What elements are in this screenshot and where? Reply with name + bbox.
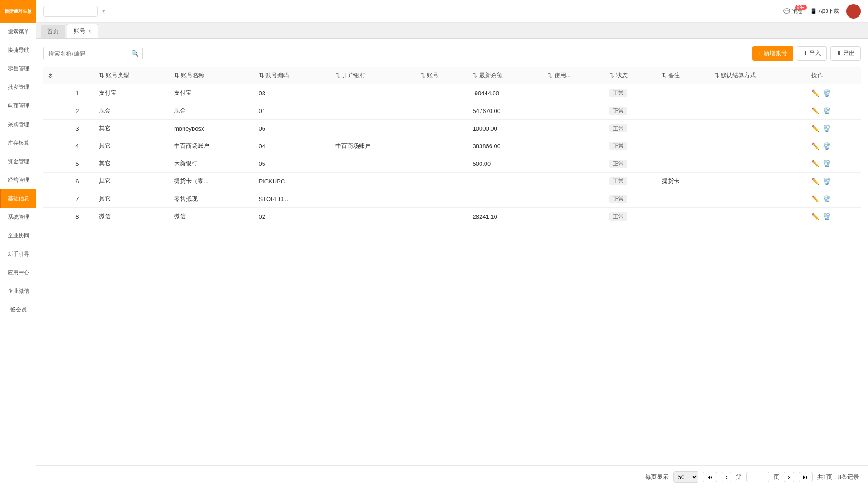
export-button[interactable]: ⬇ 导出 bbox=[830, 46, 861, 61]
sidebar-item-purchase[interactable]: 采购管理 bbox=[0, 115, 36, 134]
edit-icon[interactable]: ✏️ bbox=[811, 89, 819, 97]
row-bank-3: 中百商场账户 bbox=[331, 137, 415, 155]
status-badge: 正常 bbox=[609, 124, 627, 132]
sidebar-item-guide[interactable]: 新手引导 bbox=[0, 245, 36, 263]
row-settings-3 bbox=[43, 137, 71, 155]
row-name-0: 支付宝 bbox=[170, 84, 254, 102]
row-bank-4 bbox=[331, 155, 415, 173]
toolbar: 🔍 + 新增账号 ⬆ 导入 ⬇ 导出 bbox=[43, 46, 861, 61]
delete-icon[interactable]: 🗑️ bbox=[823, 160, 830, 167]
tab-home[interactable]: 首页 bbox=[41, 25, 65, 38]
top-search-input[interactable] bbox=[43, 6, 98, 17]
row-action-4: ✏️ 🗑️ bbox=[807, 155, 861, 173]
last-page-button[interactable]: ⏭ bbox=[799, 472, 813, 482]
table-row: 5其它大新银行05500.00正常 ✏️ 🗑️ bbox=[43, 155, 861, 173]
sidebar: 畅捷通对生意 搜索菜单快捷导航零售管理批发管理电商管理采购管理库存核算资金管理经… bbox=[0, 0, 36, 488]
edit-icon[interactable]: ✏️ bbox=[811, 125, 819, 132]
status-badge: 正常 bbox=[609, 142, 627, 150]
sidebar-item-quicknav[interactable]: 快捷导航 bbox=[0, 41, 36, 60]
edit-icon[interactable]: ✏️ bbox=[811, 107, 819, 114]
app-download-button[interactable]: 📱 App下载 bbox=[810, 7, 839, 15]
search-input[interactable] bbox=[44, 47, 127, 60]
col-header-name: ⇅ 账号名称 bbox=[170, 67, 254, 84]
sidebar-item-enterprise[interactable]: 企业协同 bbox=[0, 226, 36, 245]
content-area: 🔍 + 新增账号 ⬆ 导入 ⬇ 导出 ⚙⇅ 账号类型⇅ 账号名称⇅ 账号编码⇅ … bbox=[36, 39, 868, 465]
message-button[interactable]: 💬 消息 99+ bbox=[783, 7, 803, 15]
row-type-5: 其它 bbox=[94, 173, 170, 190]
delete-icon[interactable]: 🗑️ bbox=[823, 107, 830, 114]
row-number-3: 4 bbox=[71, 137, 94, 155]
sidebar-item-ops[interactable]: 经营管理 bbox=[0, 171, 36, 189]
current-page-input[interactable]: 1 bbox=[746, 472, 769, 482]
row-account-2 bbox=[416, 120, 468, 137]
col-header-remark: ⇅ 备注 bbox=[657, 67, 710, 84]
search-button[interactable]: 🔍 bbox=[127, 50, 142, 57]
sidebar-item-appcenter[interactable]: 应用中心 bbox=[0, 263, 36, 282]
table-row: 1支付宝支付宝03-90444.00正常 ✏️ 🗑️ bbox=[43, 84, 861, 102]
top-search-dropdown[interactable]: ▾ bbox=[102, 8, 105, 14]
sidebar-item-system[interactable]: 系统管理 bbox=[0, 208, 36, 226]
row-account-1 bbox=[416, 102, 468, 120]
sidebar-item-inventory[interactable]: 库存核算 bbox=[0, 134, 36, 152]
first-page-button[interactable]: ⏮ bbox=[703, 472, 717, 482]
delete-icon[interactable]: 🗑️ bbox=[823, 125, 830, 132]
row-balance-3: 383866.00 bbox=[468, 137, 543, 155]
row-remark-4 bbox=[657, 155, 710, 173]
import-button[interactable]: ⬆ 导入 bbox=[797, 46, 827, 61]
row-bank-5 bbox=[331, 173, 415, 190]
edit-icon[interactable]: ✏️ bbox=[811, 160, 819, 167]
row-status-0: 正常 bbox=[605, 84, 657, 102]
sidebar-item-finance[interactable]: 资金管理 bbox=[0, 152, 36, 171]
sidebar-item-basicinfo[interactable]: 基础信息 bbox=[0, 189, 36, 208]
row-balance-5 bbox=[468, 173, 543, 190]
delete-icon[interactable]: 🗑️ bbox=[823, 89, 830, 97]
status-badge: 正常 bbox=[609, 160, 627, 168]
row-settlement-6 bbox=[710, 190, 807, 208]
col-header-no bbox=[71, 67, 94, 84]
page-size-select[interactable]: 50 100 bbox=[673, 471, 698, 483]
delete-icon[interactable]: 🗑️ bbox=[823, 213, 830, 220]
prev-page-button[interactable]: ‹ bbox=[722, 472, 731, 482]
edit-icon[interactable]: ✏️ bbox=[811, 195, 819, 202]
row-number-2: 3 bbox=[71, 120, 94, 137]
sidebar-item-wholesale[interactable]: 批发管理 bbox=[0, 78, 36, 97]
add-account-button[interactable]: + 新增账号 bbox=[752, 46, 793, 61]
header-left: ▾ bbox=[43, 6, 105, 17]
row-settings-4 bbox=[43, 155, 71, 173]
row-settings-7 bbox=[43, 208, 71, 225]
sidebar-item-member[interactable]: 畅会员 bbox=[0, 300, 36, 319]
col-header-code: ⇅ 账号编码 bbox=[255, 67, 331, 84]
sidebar-item-search[interactable]: 搜索菜单 bbox=[0, 23, 36, 41]
user-avatar[interactable] bbox=[846, 4, 861, 19]
sidebar-item-retail[interactable]: 零售管理 bbox=[0, 60, 36, 78]
edit-icon[interactable]: ✏️ bbox=[811, 142, 819, 150]
sidebar-item-wechat[interactable]: 企业微信 bbox=[0, 282, 36, 300]
app-logo: 畅捷通对生意 bbox=[0, 0, 36, 23]
row-remark-5: 提货卡 bbox=[657, 173, 710, 190]
top-header: ▾ 💬 消息 99+ 📱 App下载 bbox=[36, 0, 868, 23]
row-action-3: ✏️ 🗑️ bbox=[807, 137, 861, 155]
status-badge: 正常 bbox=[609, 89, 627, 97]
next-page-button[interactable]: › bbox=[784, 472, 794, 482]
sidebar-item-ecom[interactable]: 电商管理 bbox=[0, 97, 36, 115]
row-number-1: 2 bbox=[71, 102, 94, 120]
message-badge: 99+ bbox=[795, 5, 807, 10]
col-header-settings[interactable]: ⚙ bbox=[43, 67, 71, 84]
row-number-7: 8 bbox=[71, 208, 94, 225]
row-account-4 bbox=[416, 155, 468, 173]
tab-bar: 首页账号× bbox=[36, 23, 868, 39]
row-bank-6 bbox=[331, 190, 415, 208]
row-type-7: 微信 bbox=[94, 208, 170, 225]
delete-icon[interactable]: 🗑️ bbox=[823, 142, 830, 150]
edit-icon[interactable]: ✏️ bbox=[811, 213, 819, 220]
edit-icon[interactable]: ✏️ bbox=[811, 178, 819, 185]
row-number-5: 6 bbox=[71, 173, 94, 190]
row-action-2: ✏️ 🗑️ bbox=[807, 120, 861, 137]
tab-close-account[interactable]: × bbox=[88, 28, 91, 34]
row-code-1: 01 bbox=[255, 102, 331, 120]
tab-account[interactable]: 账号× bbox=[67, 24, 98, 38]
row-account-5 bbox=[416, 173, 468, 190]
delete-icon[interactable]: 🗑️ bbox=[823, 195, 830, 202]
delete-icon[interactable]: 🗑️ bbox=[823, 178, 830, 185]
row-action-7: ✏️ 🗑️ bbox=[807, 208, 861, 225]
